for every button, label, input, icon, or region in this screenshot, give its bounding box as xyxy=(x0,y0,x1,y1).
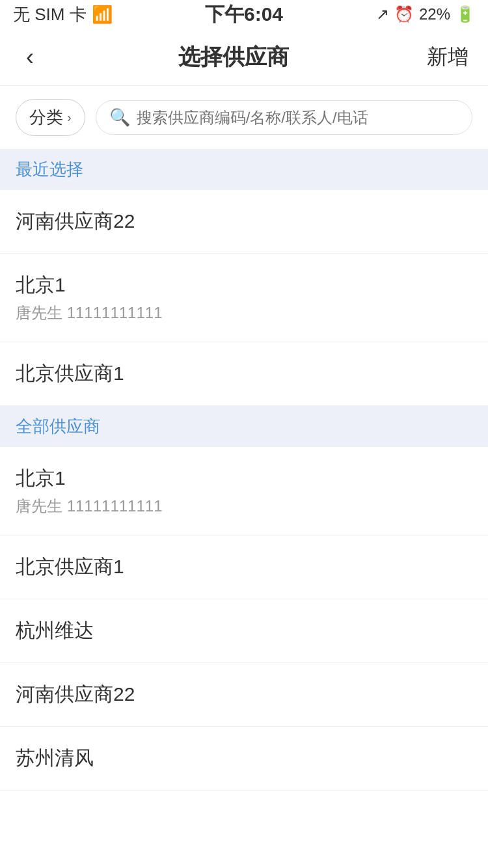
all-section-label: 全部供应商 xyxy=(16,416,100,436)
status-time: 下午6:04 xyxy=(205,1,283,28)
recent-section-header: 最近选择 xyxy=(0,149,488,190)
item-sub: 唐先生 11111111111 xyxy=(16,496,472,517)
item-name: 苏州清风 xyxy=(16,745,472,772)
search-input[interactable] xyxy=(137,109,459,127)
list-item[interactable]: 北京1唐先生 11111111111 xyxy=(0,254,488,342)
item-name: 杭州维达 xyxy=(16,617,472,644)
list-item[interactable]: 河南供应商22 xyxy=(0,663,488,727)
location-icon: ↗ xyxy=(376,5,389,23)
battery-level: 22% xyxy=(419,5,450,23)
all-list: 北京1唐先生 11111111111北京供应商1杭州维达河南供应商22苏州清风 xyxy=(0,447,488,791)
search-box[interactable]: 🔍 xyxy=(96,100,472,135)
chevron-right-icon: › xyxy=(67,110,72,125)
search-icon: 🔍 xyxy=(109,107,130,128)
status-right: ↗ ⏰ 22% 🔋 xyxy=(376,5,475,23)
battery-icon: 🔋 xyxy=(455,5,475,23)
status-bar: 无 SIM 卡 📶 下午6:04 ↗ ⏰ 22% 🔋 xyxy=(0,0,488,29)
status-left: 无 SIM 卡 📶 xyxy=(13,3,113,26)
alarm-icon: ⏰ xyxy=(394,5,414,23)
add-button[interactable]: 新增 xyxy=(427,43,468,72)
item-sub: 唐先生 11111111111 xyxy=(16,303,472,323)
recent-list: 河南供应商22北京1唐先生 11111111111北京供应商1 xyxy=(0,190,488,406)
category-label: 分类 xyxy=(29,106,63,129)
list-item[interactable]: 北京供应商1 xyxy=(0,342,488,406)
sim-status: 无 SIM 卡 xyxy=(13,3,87,26)
recent-section-label: 最近选择 xyxy=(16,159,83,179)
list-item[interactable]: 杭州维达 xyxy=(0,599,488,663)
back-button[interactable]: ‹ xyxy=(20,37,40,77)
list-item[interactable]: 北京1唐先生 11111111111 xyxy=(0,447,488,536)
item-name: 北京供应商1 xyxy=(16,554,472,580)
item-name: 北京供应商1 xyxy=(16,360,472,387)
item-name: 河南供应商22 xyxy=(16,681,472,708)
item-name: 河南供应商22 xyxy=(16,208,472,235)
search-area: 分类 › 🔍 xyxy=(0,86,488,149)
item-name: 北京1 xyxy=(16,465,472,492)
nav-bar: ‹ 选择供应商 新增 xyxy=(0,29,488,86)
list-item[interactable]: 苏州清风 xyxy=(0,727,488,791)
all-section-header: 全部供应商 xyxy=(0,406,488,447)
item-name: 北京1 xyxy=(16,272,472,299)
page-title: 选择供应商 xyxy=(178,42,289,72)
wifi-icon: 📶 xyxy=(92,5,113,25)
list-item[interactable]: 北京供应商1 xyxy=(0,536,488,599)
list-item[interactable]: 河南供应商22 xyxy=(0,190,488,254)
category-button[interactable]: 分类 › xyxy=(16,99,85,136)
